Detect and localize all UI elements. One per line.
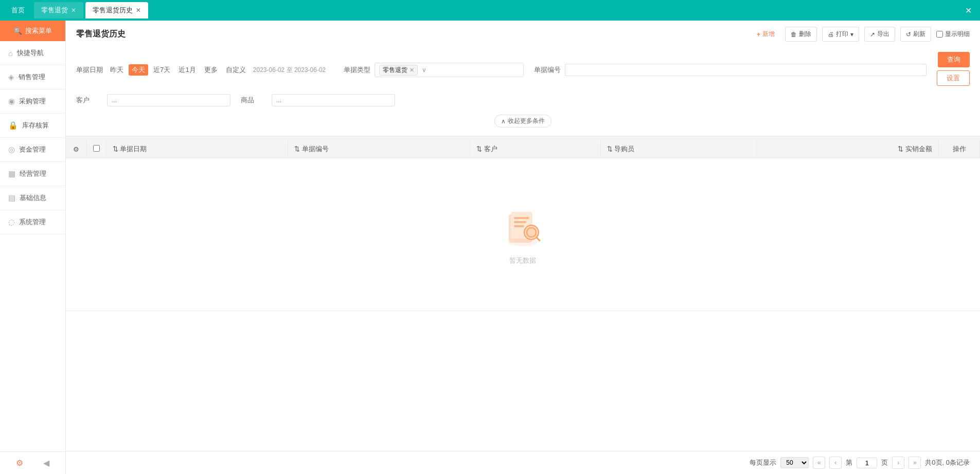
filter-date-7days[interactable]: 近7天: [150, 64, 173, 76]
filter-date-buttons: 昨天 今天 近7天 近1月 更多 自定义 2023-06-02 至 2023-0…: [107, 64, 326, 76]
display-toggle-label: 显示明细: [945, 30, 970, 39]
sidebar-item-inventory[interactable]: 🔒 库存核算: [0, 114, 65, 138]
filter-date-1month[interactable]: 近1月: [175, 64, 199, 76]
th-actions-label: 操作: [953, 145, 966, 153]
print-button[interactable]: 🖨 打印 ▾: [822, 27, 859, 42]
next-page-button[interactable]: ›: [892, 457, 904, 469]
query-button[interactable]: 查询: [938, 52, 970, 67]
window-close-button[interactable]: ✕: [961, 6, 976, 15]
sidebar-item-quick-nav-label: 快捷导航: [17, 48, 44, 58]
sidebar-item-quick-nav[interactable]: ⌂ 快捷导航: [0, 41, 65, 65]
print-icon: 🖨: [828, 31, 834, 38]
table-body: 暂无数据: [66, 158, 980, 311]
inventory-icon: 🔒: [8, 121, 18, 130]
plus-icon: +: [757, 31, 760, 38]
settings-gear-icon[interactable]: ⚙: [16, 458, 23, 468]
export-button[interactable]: ↗ 导出: [864, 27, 895, 42]
select-all-checkbox[interactable]: [93, 145, 100, 152]
pagination-bar: 每页显示 20 50 100 « ‹ 第 页 › » 共0页, 0条记录: [66, 451, 980, 474]
per-page-select[interactable]: 20 50 100: [780, 457, 809, 468]
svg-rect-4: [514, 221, 526, 223]
sidebar: 🔍 搜索菜单 ⌂ 快捷导航 ◈ 销售管理 ◉ 采购管理 🔒 库存核算 ◎ 资金管…: [0, 21, 66, 474]
filter-date: 单据日期 昨天 今天 近7天 近1月 更多 自定义 2023-06-02 至 2…: [76, 64, 333, 76]
filter-doc-type-tag-value: 零售退货: [383, 66, 407, 75]
page-label: 第: [846, 458, 852, 467]
empty-illustration: [500, 204, 546, 250]
delete-button[interactable]: 🗑 删除: [785, 27, 817, 42]
sidebar-item-finance-mgmt-label: 资金管理: [19, 145, 46, 154]
toolbar: + 新增 🗑 删除 🖨 打印 ▾ ↗ 导出: [752, 27, 970, 42]
th-guide: ⇅ 导购员: [600, 140, 757, 158]
export-icon: ↗: [870, 31, 875, 38]
page-header: 零售退货历史 + 新增 🗑 删除 🖨 打印 ▾: [66, 21, 980, 136]
tab-retail-return-history-close[interactable]: ✕: [136, 7, 141, 14]
filter-date-label: 单据日期: [76, 65, 107, 75]
print-dropdown-icon: ▾: [850, 31, 853, 38]
filter-area: 单据日期 昨天 今天 近7天 近1月 更多 自定义 2023-06-02 至 2…: [76, 48, 970, 136]
sidebar-item-operations-mgmt[interactable]: ▦ 经营管理: [0, 162, 65, 186]
sidebar-item-sales-mgmt[interactable]: ◈ 销售管理: [0, 65, 65, 89]
filter-goods: 商品: [241, 94, 395, 106]
first-page-button[interactable]: «: [813, 457, 825, 469]
page-number-input[interactable]: [857, 458, 877, 468]
page-title-row: 零售退货历史 + 新增 🗑 删除 🖨 打印 ▾: [76, 27, 970, 42]
sidebar-item-basic-info[interactable]: ▤ 基础信息: [0, 186, 65, 210]
data-table: ⚙ ⇅ 单据日期 ⇅ 单据编号 ⇅ 客户: [66, 140, 980, 311]
tab-home-label: 首页: [11, 6, 25, 15]
last-page-button[interactable]: »: [908, 457, 921, 469]
filter-customer: 客户: [76, 94, 230, 106]
system-icon: ◌: [8, 217, 15, 227]
filter-doc-type-tag: 零售退货 ✕: [379, 65, 418, 76]
filter-doc-num-label: 单据编号: [534, 65, 565, 75]
tab-home[interactable]: 首页: [4, 2, 32, 19]
content-area: 零售退货历史 + 新增 🗑 删除 🖨 打印 ▾: [66, 21, 980, 474]
page-unit: 页: [881, 458, 888, 467]
export-label: 导出: [877, 30, 889, 39]
filter-settings-button[interactable]: 设置: [937, 70, 970, 86]
sidebar-item-sales-mgmt-label: 销售管理: [19, 72, 45, 82]
th-settings[interactable]: ⚙: [66, 140, 86, 158]
collapse-sidebar-icon[interactable]: ◀: [43, 458, 49, 468]
sidebar-item-system-mgmt[interactable]: ◌ 系统管理: [0, 210, 65, 234]
collapse-button[interactable]: ∧ 收起更多条件: [494, 115, 551, 127]
per-page-label: 每页显示: [750, 458, 776, 467]
filter-customer-input[interactable]: [107, 94, 230, 106]
tab-retail-return[interactable]: 零售退货 ✕: [34, 2, 83, 19]
svg-line-8: [537, 238, 540, 241]
collapse-label: 收起更多条件: [508, 117, 545, 125]
tab-retail-return-close[interactable]: ✕: [71, 7, 76, 14]
filter-doc-type: 单据类型 零售退货 ✕ ∨: [344, 63, 524, 77]
filter-date-today[interactable]: 今天: [129, 64, 148, 76]
sidebar-bottom: ⚙ ◀: [0, 451, 65, 474]
purchase-icon: ◉: [8, 97, 15, 106]
sidebar-item-finance-mgmt[interactable]: ◎ 资金管理: [0, 138, 65, 162]
home-icon: ⌂: [8, 49, 13, 58]
th-doc-date: ⇅ 单据日期: [106, 140, 288, 158]
filter-doc-num-input[interactable]: [565, 64, 926, 76]
filter-doc-type-input[interactable]: 零售退货 ✕ ∨: [375, 63, 524, 77]
action-buttons: 查询 设置: [937, 52, 970, 90]
filter-goods-input[interactable]: [272, 94, 395, 106]
sidebar-item-basic-info-label: 基础信息: [20, 193, 46, 203]
th-actions: 操作: [939, 140, 980, 158]
tab-retail-return-history-label: 零售退货历史: [93, 6, 133, 15]
display-toggle-checkbox[interactable]: [936, 31, 943, 38]
svg-rect-3: [514, 217, 529, 219]
prev-page-button[interactable]: ‹: [829, 457, 842, 469]
filter-doc-type-tag-remove[interactable]: ✕: [409, 67, 414, 74]
tab-retail-return-history[interactable]: 零售退货历史 ✕: [85, 2, 148, 19]
th-checkbox[interactable]: [86, 140, 106, 158]
sidebar-search[interactable]: 🔍 搜索菜单: [0, 21, 65, 41]
table-header-row: ⚙ ⇅ 单据日期 ⇅ 单据编号 ⇅ 客户: [66, 140, 980, 158]
sidebar-item-purchase-mgmt[interactable]: ◉ 采购管理: [0, 89, 65, 114]
display-toggle[interactable]: 显示明细: [936, 30, 970, 39]
new-button[interactable]: + 新增: [752, 27, 780, 41]
filter-date-more[interactable]: 更多: [201, 64, 221, 76]
collapse-bar: ∧ 收起更多条件: [76, 113, 970, 131]
filter-date-yesterday[interactable]: 昨天: [107, 64, 127, 76]
refresh-button[interactable]: ↺ 刷新: [900, 27, 931, 42]
filter-date-custom[interactable]: 自定义: [223, 64, 249, 76]
basic-info-icon: ▤: [8, 193, 15, 203]
filter-customer-label: 客户: [76, 96, 107, 105]
empty-state-cell: 暂无数据: [66, 158, 980, 311]
